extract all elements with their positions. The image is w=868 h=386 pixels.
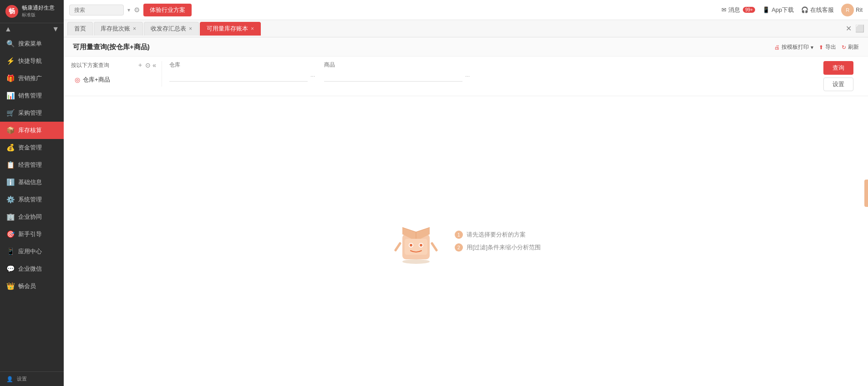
topbar-message[interactable]: ✉ 消息 99+ — [721, 6, 755, 14]
industry-btn[interactable]: 体验行业方案 — [143, 4, 192, 16]
empty-illustration: 1 请先选择要分析的方案 2 用[过滤]条件来缩小分析范围 — [391, 216, 541, 266]
sidebar-item-newguide[interactable]: 🎯 新手引导 — [0, 226, 64, 243]
printer-icon: 🖨 — [774, 44, 780, 51]
finance-icon: 💰 — [6, 144, 15, 152]
sidebar-item-label: 营销推广 — [18, 74, 42, 82]
tab-collect-summary[interactable]: 收发存汇总表 × — [144, 22, 199, 36]
topbar-gear-icon[interactable]: ⚙ — [134, 6, 140, 14]
filter-sidebar-label: 按以下方案查询 — [71, 62, 109, 69]
filter-scheme-item[interactable]: ◎ 仓库+商品 — [71, 73, 156, 87]
tip-number-2: 2 — [455, 243, 463, 252]
settings-btn[interactable]: 设置 — [823, 77, 853, 91]
window-buttons: ✕ ⬜ — [846, 24, 864, 33]
filter-scheme-label: 仓库+商品 — [83, 76, 110, 84]
user-avatar: R — [841, 4, 854, 16]
topbar-actions: ✉ 消息 99+ 📱 App下载 🎧 在线客服 R Rit — [721, 4, 863, 16]
topbar-search-input[interactable] — [69, 5, 124, 15]
tab-available-stock-label: 可用量库存账本 — [207, 25, 248, 33]
sidebar-footer-icon: 👤 — [6, 376, 13, 382]
sidebar-item-enterprise[interactable]: 🏢 企业协同 — [0, 208, 64, 226]
topbar: ▾ ⚙ 体验行业方案 ✉ 消息 99+ 📱 App下载 🎧 在线客服 R Rit — [64, 0, 868, 20]
inventory-icon: 📦 — [6, 126, 15, 134]
sidebar-item-system[interactable]: ⚙️ 系统管理 — [0, 191, 64, 208]
sidebar-item-label: 快捷导航 — [18, 57, 42, 65]
svg-point-8 — [402, 259, 430, 264]
purchase-icon: 🛒 — [6, 109, 15, 117]
filter-sidebar-header: 按以下方案查询 ＋ ⊙ « — [71, 61, 156, 69]
filter-actions-right: 查询 设置 — [823, 61, 853, 91]
sidebar-item-member[interactable]: 👑 畅会员 — [0, 278, 64, 295]
sidebar-item-purchase[interactable]: 🛒 采购管理 — [0, 104, 64, 122]
sidebar-item-marketing[interactable]: 🎁 营销推广 — [0, 70, 64, 87]
sidebar-item-label: 销售管理 — [18, 92, 42, 100]
filter-area: 按以下方案查询 ＋ ⊙ « ◎ 仓库+商品 仓库 ··· — [64, 57, 868, 96]
username-label: Rit — [856, 7, 863, 13]
export-btn[interactable]: ⬆ 导出 — [819, 43, 836, 51]
sidebar-item-shortcuts[interactable]: ⚡ 快捷导航 — [0, 52, 64, 70]
page-header: 可用量查询(按仓库+商品) 🖨 按模板打印 ▾ ⬆ 导出 ↻ 刷新 — [64, 37, 868, 57]
sidebar-scroll-down[interactable]: ▼ — [49, 24, 62, 34]
print-btn[interactable]: 🖨 按模板打印 ▾ — [774, 43, 813, 51]
guide-icon: 🎯 — [6, 230, 15, 238]
empty-robot-svg — [391, 216, 441, 266]
tip-number-1: 1 — [455, 231, 463, 239]
right-scroll-indicator[interactable] — [864, 180, 868, 207]
maximize-btn[interactable]: ⬜ — [855, 24, 864, 33]
tab-collect-summary-label: 收发存汇总表 — [151, 25, 186, 33]
sales-icon: 📊 — [6, 92, 15, 100]
topbar-chevron-icon[interactable]: ▾ — [127, 7, 130, 13]
topbar-app-download[interactable]: 📱 App下载 — [762, 6, 794, 14]
sidebar-item-label: 搜索菜单 — [18, 40, 42, 48]
sidebar-scroll-up[interactable]: ▲ — [2, 24, 15, 34]
app-icon: 📱 — [6, 247, 15, 256]
filter-warehouse-more-btn[interactable]: ··· — [310, 73, 315, 79]
empty-tip-1: 1 请先选择要分析的方案 — [455, 231, 541, 239]
filter-warehouse-label: 仓库 — [169, 61, 315, 69]
svg-point-4 — [410, 244, 412, 247]
sidebar-item-label: 经营管理 — [18, 161, 42, 169]
logo-text-block: 畅康通好生意 标准版 — [22, 5, 55, 18]
filter-product-more-btn[interactable]: ··· — [465, 73, 470, 79]
sidebar-menu: 🔍 搜索菜单 ⚡ 快捷导航 🎁 营销推广 📊 销售管理 🛒 采购管理 📦 库存核… — [0, 35, 64, 371]
sidebar-item-finance[interactable]: 💰 资金管理 — [0, 139, 64, 156]
sidebar-item-appcenter[interactable]: 📱 应用中心 — [0, 243, 64, 260]
filter-product-input[interactable] — [324, 71, 462, 82]
wechat-icon: 💬 — [6, 265, 15, 273]
filter-collapse-btn[interactable]: « — [152, 61, 156, 69]
sidebar-item-sales[interactable]: 📊 销售管理 — [0, 87, 64, 104]
query-btn[interactable]: 查询 — [823, 61, 853, 75]
filter-warehouse-input[interactable] — [169, 71, 308, 82]
filter-add-btn[interactable]: ＋ — [137, 61, 143, 69]
tab-batch-account-close[interactable]: × — [133, 26, 136, 32]
logo-text: 畅康通好生意 — [22, 5, 55, 12]
svg-point-5 — [420, 244, 422, 247]
refresh-btn[interactable]: ↻ 刷新 — [842, 43, 859, 51]
tab-home[interactable]: 首页 — [67, 22, 93, 36]
sidebar-item-label: 畅会员 — [18, 282, 36, 290]
topbar-user[interactable]: R Rit — [841, 4, 863, 16]
logo-icon: 畅 — [5, 5, 18, 18]
close-window-btn[interactable]: ✕ — [846, 24, 852, 33]
sidebar-item-search[interactable]: 🔍 搜索菜单 — [0, 35, 64, 52]
page-actions: 🖨 按模板打印 ▾ ⬆ 导出 ↻ 刷新 — [774, 43, 859, 51]
empty-tip-2: 2 用[过滤]条件来缩小分析范围 — [455, 243, 541, 252]
tab-available-stock-close[interactable]: × — [251, 26, 254, 32]
sidebar-item-basic-info[interactable]: ℹ️ 基础信息 — [0, 174, 64, 191]
filter-product-field: 商品 ··· — [324, 61, 470, 82]
filter-settings-btn[interactable]: ⊙ — [145, 61, 151, 69]
sidebar-item-operations[interactable]: 📋 经营管理 — [0, 156, 64, 174]
sidebar-item-inventory[interactable]: 📦 库存核算 — [0, 122, 64, 139]
filter-warehouse-input-row: ··· — [169, 71, 315, 82]
system-icon: ⚙️ — [6, 196, 15, 204]
topbar-online-service[interactable]: 🎧 在线客服 — [801, 6, 834, 14]
print-label: 按模板打印 — [782, 43, 809, 51]
content-area: 1 请先选择要分析的方案 2 用[过滤]条件来缩小分析范围 — [64, 96, 868, 386]
tab-collect-summary-close[interactable]: × — [189, 26, 192, 32]
sidebar-item-wechat[interactable]: 💬 企业微信 — [0, 260, 64, 278]
phone-icon: 📱 — [762, 6, 770, 13]
tab-batch-account[interactable]: 库存批次账 × — [94, 22, 143, 36]
sidebar-item-label: 采购管理 — [18, 109, 42, 117]
sidebar-item-label: 资金管理 — [18, 144, 42, 152]
member-icon: 👑 — [6, 282, 15, 290]
tab-available-stock[interactable]: 可用量库存账本 × — [200, 22, 261, 36]
